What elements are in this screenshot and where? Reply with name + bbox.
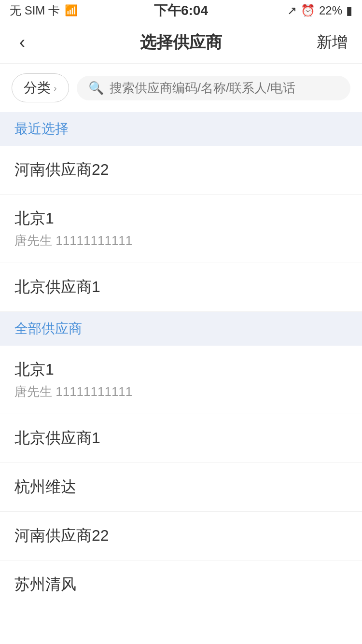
list-item[interactable]: 河南供应商22	[0, 512, 362, 560]
recent-section-label: 最近选择	[14, 121, 69, 136]
list-item[interactable]: 杭州维达	[0, 463, 362, 512]
list-item[interactable]: 北京供应商1	[0, 414, 362, 463]
item-name: 北京1	[14, 359, 348, 380]
battery-icon: ▮	[346, 4, 352, 17]
all-items-list: 北京1唐先生 11111111111北京供应商1杭州维达河南供应商22苏州清风	[0, 346, 362, 609]
search-box: 🔍	[77, 76, 350, 100]
status-right: ↗ ⏰ 22% ▮	[287, 4, 352, 17]
alarm-icon: ⏰	[301, 4, 315, 17]
all-section-header: 全部供应商	[0, 312, 362, 346]
list-item[interactable]: 北京1唐先生 11111111111	[0, 346, 362, 414]
list-item[interactable]: 河南供应商22	[0, 146, 362, 195]
category-label: 分类	[24, 79, 51, 97]
search-icon: 🔍	[88, 81, 104, 96]
item-name: 杭州维达	[14, 476, 348, 498]
status-time: 下午6:04	[154, 1, 208, 20]
back-button[interactable]: ‹	[14, 28, 30, 57]
location-icon: ↗	[287, 4, 297, 17]
item-name: 北京供应商1	[14, 277, 348, 298]
carrier-text: 无 SIM 卡	[10, 3, 60, 18]
status-bar: 无 SIM 卡 📶 下午6:04 ↗ ⏰ 22% ▮	[0, 0, 362, 21]
item-sub: 唐先生 11111111111	[14, 383, 348, 400]
nav-bar: ‹ 选择供应商 新增	[0, 21, 362, 64]
list-item[interactable]: 北京1唐先生 11111111111	[0, 195, 362, 263]
battery-text: 22%	[319, 4, 342, 17]
status-left: 无 SIM 卡 📶	[10, 3, 78, 18]
item-name: 河南供应商22	[14, 525, 348, 546]
item-name: 河南供应商22	[14, 159, 348, 181]
category-button[interactable]: 分类 ›	[12, 73, 69, 102]
search-input[interactable]	[110, 81, 339, 96]
wifi-icon: 📶	[65, 4, 78, 17]
list-item[interactable]: 苏州清风	[0, 560, 362, 609]
recent-items-list: 河南供应商22北京1唐先生 11111111111北京供应商1	[0, 146, 362, 312]
item-name: 苏州清风	[14, 574, 348, 595]
all-section-label: 全部供应商	[14, 321, 82, 336]
item-sub: 唐先生 11111111111	[14, 232, 348, 249]
item-name: 北京1	[14, 208, 348, 229]
filter-row: 分类 › 🔍	[0, 64, 362, 112]
item-name: 北京供应商1	[14, 428, 348, 449]
recent-section-header: 最近选择	[0, 112, 362, 146]
add-button[interactable]: 新增	[317, 32, 348, 53]
page-title: 选择供应商	[140, 31, 222, 54]
list-item[interactable]: 北京供应商1	[0, 263, 362, 312]
chevron-right-icon: ›	[54, 83, 57, 94]
